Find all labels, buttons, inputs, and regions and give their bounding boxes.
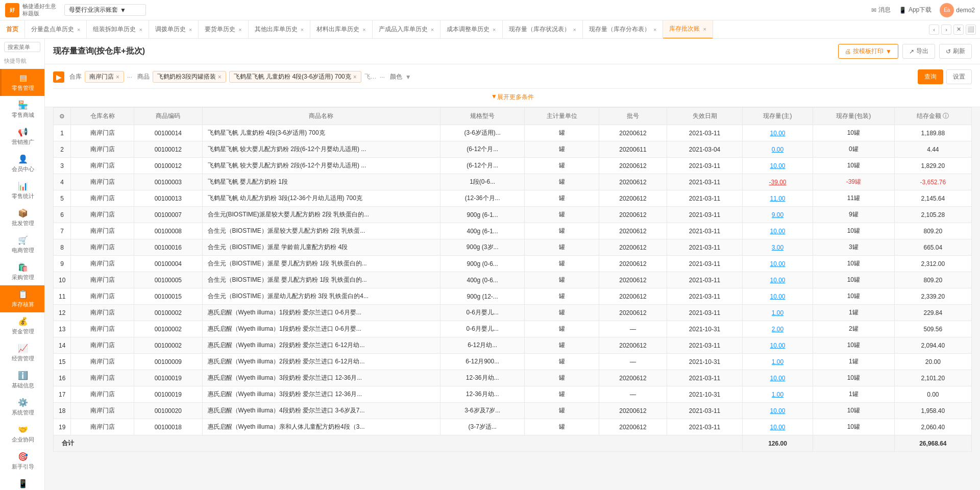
cell-qty-main[interactable]: 3.00 bbox=[742, 239, 813, 256]
print-button[interactable]: 🖨 按模板打印 ▼ bbox=[838, 44, 898, 59]
user-area[interactable]: Ea demo2 bbox=[940, 3, 975, 17]
cell-qty-main[interactable]: 10.00 bbox=[742, 223, 813, 239]
sidebar-item-member[interactable]: 👤 会员中心 bbox=[0, 150, 44, 177]
tab-scroll-right[interactable]: › bbox=[941, 24, 951, 35]
sidebar-item-app-center[interactable]: 📱 应用中心 bbox=[0, 475, 44, 490]
cell-spec: 900g (0-6... bbox=[440, 256, 525, 272]
refresh-button[interactable]: ↺ 刷新 bbox=[939, 44, 972, 59]
close-tab-icon[interactable]: × bbox=[77, 27, 80, 33]
sidebar-item-purchase[interactable]: 🛍️ 采购管理 bbox=[0, 258, 44, 285]
sidebar-item-retail-stats[interactable]: 📊 零售统计 bbox=[0, 177, 44, 204]
warehouse-tag[interactable]: 南岸门店 × bbox=[85, 71, 124, 83]
sidebar-item-ops[interactable]: 📈 经营管理 bbox=[0, 339, 44, 366]
cell-code: 00100019 bbox=[134, 386, 202, 403]
sidebar-item-collab[interactable]: 🤝 企业协同 bbox=[0, 421, 44, 448]
cell-qty-main[interactable]: 10.00 bbox=[742, 403, 813, 419]
cell-qty-main[interactable]: 11.00 bbox=[742, 190, 813, 207]
cell-qty-main[interactable]: 2.00 bbox=[742, 321, 813, 337]
tab-cailiao[interactable]: 材料出库单历史 × bbox=[310, 20, 372, 39]
product-tag-1[interactable]: 飞鹤奶粉3段丙罐搭装 × bbox=[153, 71, 226, 83]
query-button[interactable]: 查询 bbox=[918, 69, 943, 84]
close-tab-icon[interactable]: × bbox=[573, 27, 576, 33]
close-tab-icon[interactable]: × bbox=[653, 27, 656, 33]
cell-qty-main[interactable]: 0.00 bbox=[742, 141, 813, 158]
close-tab-icon[interactable]: × bbox=[139, 27, 142, 33]
export-button[interactable]: ↗ 导出 bbox=[902, 44, 935, 59]
tab-chancheng[interactable]: 产成品入库单历史 × bbox=[373, 20, 440, 39]
phone-icon: 📱 bbox=[899, 7, 906, 14]
sidebar-item-inventory[interactable]: 📋 库存核算 bbox=[0, 285, 44, 312]
tab-pici[interactable]: 库存批次账 × bbox=[663, 20, 713, 39]
cell-spec: 12-36月幼... bbox=[440, 386, 525, 403]
close-tab-icon[interactable]: × bbox=[189, 27, 192, 33]
cell-unit: 罐 bbox=[525, 207, 599, 223]
tab-chengben[interactable]: 成本调整单历史 × bbox=[440, 20, 502, 39]
remove-product-tag2-icon[interactable]: × bbox=[353, 74, 357, 81]
cell-qty-main[interactable]: 10.00 bbox=[742, 288, 813, 305]
sidebar-item-retail-mgmt[interactable]: ▤ 零售管理 bbox=[0, 69, 44, 96]
tab-xiancun-fen[interactable]: 现存量（库存分布表） × bbox=[583, 20, 663, 39]
cell-qty-main[interactable]: 10.00 bbox=[742, 337, 813, 354]
remove-warehouse-tag-icon[interactable]: × bbox=[116, 74, 119, 81]
cell-qty-main[interactable]: 10.00 bbox=[742, 158, 813, 174]
cell-qty-main[interactable]: 1.00 bbox=[742, 386, 813, 403]
sidebar-item-wholesale[interactable]: 📦 批发管理 bbox=[0, 204, 44, 231]
tab-home[interactable]: 首页 bbox=[0, 20, 25, 39]
search-input[interactable] bbox=[4, 42, 40, 52]
cell-code: 00100003 bbox=[134, 174, 202, 190]
tab-qitachu[interactable]: 其他出库单历史 × bbox=[249, 20, 310, 39]
close-tab-icon[interactable]: × bbox=[362, 27, 365, 33]
cell-unit: 罐 bbox=[525, 272, 599, 288]
tab-fenpan[interactable]: 分量盘点单历史 × bbox=[25, 20, 87, 39]
cell-amount: 2,145.64 bbox=[894, 190, 971, 207]
cell-unit: 罐 bbox=[525, 354, 599, 370]
cell-warehouse: 南岸门店 bbox=[71, 370, 134, 386]
sidebar-item-guide[interactable]: 🎯 新手引导 bbox=[0, 448, 44, 475]
tab-close-all[interactable]: ✕ bbox=[953, 24, 964, 35]
sidebar-item-retail-shop[interactable]: 🏪 零售商城 bbox=[0, 96, 44, 123]
store-selector[interactable]: 母婴行业演示账套 ▼ bbox=[64, 4, 146, 16]
remove-product-tag1-icon[interactable]: × bbox=[218, 74, 222, 81]
cell-qty-main[interactable]: 10.00 bbox=[742, 125, 813, 141]
sidebar-item-base[interactable]: ℹ️ 基础信息 bbox=[0, 366, 44, 394]
message-button[interactable]: ✉ 消息 bbox=[871, 6, 891, 14]
table-row: 6 南岸门店 00100007 合生元(BIOSTIME)派星较大婴儿配方奶粉 … bbox=[54, 207, 972, 223]
sidebar-item-system[interactable]: ⚙️ 系统管理 bbox=[0, 394, 44, 421]
cell-qty-main[interactable]: 10.00 bbox=[742, 370, 813, 386]
cell-qty-main[interactable]: 9.00 bbox=[742, 207, 813, 223]
sidebar-item-finance[interactable]: 💰 资金管理 bbox=[0, 312, 44, 339]
close-tab-icon[interactable]: × bbox=[493, 27, 496, 33]
close-tab-icon[interactable]: × bbox=[431, 27, 434, 33]
cell-qty-main[interactable]: 10.00 bbox=[742, 256, 813, 272]
tab-zuchai[interactable]: 组装拆卸单历史 × bbox=[87, 20, 149, 39]
cell-qty-main[interactable]: 10.00 bbox=[742, 272, 813, 288]
tab-scroll-left[interactable]: ‹ bbox=[929, 24, 939, 35]
tab-maximize[interactable]: ⬜ bbox=[966, 24, 976, 35]
table-row: 2 南岸门店 00100012 飞鹤星飞帆 较大婴儿配方奶粉 2段(6-12个月… bbox=[54, 141, 972, 158]
tab-diaobo[interactable]: 调拨单历史 × bbox=[149, 20, 199, 39]
sidebar-item-marketing[interactable]: 📢 营销推广 bbox=[0, 123, 44, 150]
table-row: 17 南岸门店 00100019 惠氏启醒（Wyeth illuma）3段奶粉 … bbox=[54, 386, 972, 403]
cell-qty-main[interactable]: 1.00 bbox=[742, 305, 813, 321]
tab-xiancun-zhuang[interactable]: 现存量（库存状况表） × bbox=[503, 20, 583, 39]
cell-unit: 罐 bbox=[525, 125, 599, 141]
cell-code: 00100020 bbox=[134, 403, 202, 419]
close-tab-icon[interactable]: × bbox=[301, 27, 304, 33]
footer-qty-total: 126.00 bbox=[742, 435, 813, 452]
sidebar-item-ecommerce[interactable]: 🛒 电商管理 bbox=[0, 231, 44, 258]
cell-code: 00100016 bbox=[134, 239, 202, 256]
tab-yaohuo[interactable]: 要货单历史 × bbox=[199, 20, 248, 39]
purchase-icon: 🛍️ bbox=[18, 262, 28, 272]
expand-conditions-btn[interactable]: ▼ 展开更多条件 bbox=[53, 88, 972, 102]
col-settings[interactable]: ⚙ bbox=[54, 108, 71, 125]
cell-qty-main[interactable]: -39.00 bbox=[742, 174, 813, 190]
cell-expire: 2021-03-11 bbox=[667, 239, 743, 256]
cell-qty-main[interactable]: 1.00 bbox=[742, 354, 813, 370]
expand-filter-btn[interactable]: ▶ bbox=[53, 71, 64, 83]
product-tag-2[interactable]: 飞鹤星飞帆 儿童奶粉 4段(3-6岁适用) 700克 × bbox=[229, 71, 361, 83]
cell-qty-main[interactable]: 10.00 bbox=[742, 419, 813, 435]
settings-button[interactable]: 设置 bbox=[946, 69, 972, 84]
close-tab-icon[interactable]: × bbox=[238, 27, 241, 33]
app-download-button[interactable]: 📱 App下载 bbox=[899, 6, 932, 14]
close-tab-icon[interactable]: × bbox=[703, 26, 706, 32]
